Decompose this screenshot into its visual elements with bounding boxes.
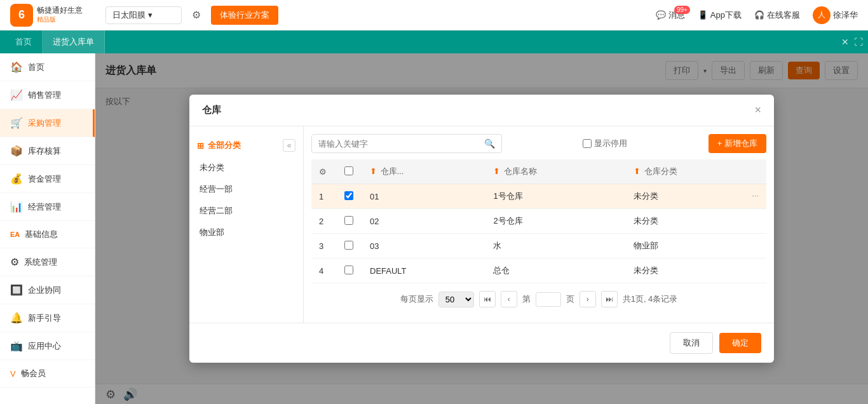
user-item[interactable]: 人 徐泽华 <box>813 6 858 24</box>
first-page-btn[interactable]: ⏮ <box>479 291 496 307</box>
row-checkbox[interactable] <box>344 216 353 225</box>
logo-sub: 精品版 <box>37 15 83 24</box>
sidebar: 🏠 首页 📈 销售管理 🛒 采购管理 📦 库存核算 💰 资金管理 📊 经营管理 … <box>0 53 95 404</box>
sidebar-item-home-label: 首页 <box>28 62 44 73</box>
content-area: 进货入库单 打印 ▾ 导出 刷新 查询 设置 按以下 仓库 × <box>95 53 868 404</box>
modal-close-btn[interactable]: × <box>754 104 761 117</box>
table-panel: 🔍 显示停用 + 新增仓库 <box>304 126 774 323</box>
table-row[interactable]: 2 02 2号仓库 未分类 <box>311 209 766 234</box>
row-checkbox-cell[interactable] <box>337 209 362 234</box>
next-page-btn[interactable]: › <box>580 291 596 307</box>
all-categories-label[interactable]: ⊞ 全部分类 <box>197 140 241 151</box>
logo-text-area: 畅捷通好生意 精品版 <box>37 6 83 25</box>
sidebar-item-basic-info-label: 基础信息 <box>25 229 58 240</box>
category-dept2-label: 经营二部 <box>200 206 233 215</box>
search-input[interactable] <box>312 135 478 152</box>
row-checkbox-cell[interactable] <box>337 234 362 259</box>
app-label: App下载 <box>710 10 742 21</box>
new-warehouse-btn[interactable]: + 新增仓库 <box>709 134 766 153</box>
col-check <box>337 159 362 184</box>
row-checkbox[interactable] <box>344 191 353 200</box>
modal-footer: 取消 确定 <box>189 323 774 363</box>
message-item[interactable]: 💬 消息 99+ <box>656 10 685 21</box>
show-disabled-label[interactable]: 显示停用 <box>583 138 627 149</box>
sidebar-item-operations[interactable]: 📊 经营管理 <box>0 193 95 221</box>
sidebar-item-finance[interactable]: 💰 资金管理 <box>0 165 95 193</box>
modal-body: ⊞ 全部分类 « 未分类 经营一部 经营二部 <box>189 126 774 323</box>
row-category: 物业部 <box>626 234 766 259</box>
sidebar-item-basic-info[interactable]: EA 基础信息 <box>0 221 95 248</box>
service-item[interactable]: 🎧 在线客服 <box>754 10 800 21</box>
basic-info-icon: EA <box>10 231 20 238</box>
row-checkbox-cell[interactable] <box>337 184 362 209</box>
row-actions[interactable]: ··· <box>752 191 759 200</box>
per-page-label: 每页显示 <box>400 293 433 305</box>
row-checkbox-cell[interactable] <box>337 259 362 283</box>
headset-icon: 🎧 <box>754 10 764 20</box>
row-code: 03 <box>362 234 485 259</box>
chevron-down-icon: ▾ <box>148 10 153 20</box>
last-page-btn[interactable]: ⏭ <box>601 291 618 307</box>
maximize-icon[interactable]: ⛶ <box>854 37 863 47</box>
sidebar-item-purchase[interactable]: 🛒 采购管理 <box>0 109 95 137</box>
sidebar-item-app-center[interactable]: 📺 应用中心 <box>0 332 95 360</box>
modal-title: 仓库 <box>202 104 221 116</box>
sidebar-item-sales[interactable]: 📈 销售管理 <box>0 81 95 109</box>
category-item-dept2[interactable]: 经营二部 <box>189 200 303 222</box>
sidebar-item-inventory[interactable]: 📦 库存核算 <box>0 137 95 165</box>
row-category: 未分类 <box>626 209 766 234</box>
sidebar-item-sales-label: 销售管理 <box>28 90 61 101</box>
header-right: 💬 消息 99+ 📱 App下载 🎧 在线客服 人 徐泽华 <box>656 6 858 24</box>
table-toolbar: 🔍 显示停用 + 新增仓库 <box>311 134 766 153</box>
tab-purchase[interactable]: 进货入库单 <box>43 30 105 53</box>
sidebar-item-enterprise[interactable]: 🔲 企业协同 <box>0 276 95 304</box>
row-no: 3 <box>311 234 337 259</box>
category-item-property[interactable]: 物业部 <box>189 222 303 243</box>
member-icon: V <box>10 369 16 379</box>
tab-home[interactable]: 首页 <box>5 30 43 53</box>
sidebar-item-home[interactable]: 🏠 首页 <box>0 53 95 81</box>
cancel-btn[interactable]: 取消 <box>670 332 713 354</box>
sort-icon-name: ⬆ <box>493 166 500 176</box>
category-unclassified-label: 未分类 <box>200 163 224 172</box>
store-selector[interactable]: 日太阳膜 ▾ <box>105 6 182 24</box>
table-row[interactable]: 4 DEFAULT 总仓 未分类 <box>311 259 766 283</box>
gear-col-icon: ⚙ <box>319 167 327 177</box>
row-name: 水 <box>485 234 626 259</box>
per-page-select[interactable]: 50 100 <box>438 292 474 307</box>
col-category[interactable]: ⬆ 仓库分类 <box>626 159 766 184</box>
category-item-unclassified[interactable]: 未分类 <box>189 157 303 178</box>
logo-area: 6 畅捷通好生意 精品版 <box>10 4 105 27</box>
row-code: DEFAULT <box>362 259 485 283</box>
close-tab-icon[interactable]: ✕ <box>841 37 849 47</box>
phone-icon: 📱 <box>698 10 708 20</box>
row-code: 01 <box>362 184 485 209</box>
search-btn[interactable]: 🔍 <box>478 135 501 152</box>
col-code[interactable]: ⬆ 仓库... <box>362 159 485 184</box>
sidebar-item-member[interactable]: V 畅会员 <box>0 360 95 387</box>
collapse-btn[interactable]: « <box>283 139 295 152</box>
main-layout: 🏠 首页 📈 销售管理 🛒 采购管理 📦 库存核算 💰 资金管理 📊 经营管理 … <box>0 53 868 404</box>
show-disabled-checkbox[interactable] <box>583 139 592 148</box>
sidebar-item-purchase-label: 采购管理 <box>28 118 61 129</box>
app-download-item[interactable]: 📱 App下载 <box>698 10 742 21</box>
sidebar-item-inventory-label: 库存核算 <box>28 145 61 157</box>
logo-icon: 6 <box>10 4 33 27</box>
select-all-checkbox[interactable] <box>344 166 353 175</box>
sidebar-item-guide[interactable]: 🔔 新手引导 <box>0 304 95 332</box>
category-item-dept1[interactable]: 经营一部 <box>189 178 303 200</box>
col-name[interactable]: ⬆ 仓库名称 <box>485 159 626 184</box>
row-category: 未分类 ··· <box>626 184 766 209</box>
confirm-btn[interactable]: 确定 <box>719 333 761 353</box>
gear-icon[interactable]: ⚙ <box>192 9 201 21</box>
prev-page-btn[interactable]: ‹ <box>501 291 517 307</box>
page-input[interactable]: 1 <box>536 292 561 307</box>
row-checkbox[interactable] <box>344 266 353 274</box>
sidebar-item-system[interactable]: ⚙ 系统管理 <box>0 248 95 276</box>
table-row[interactable]: 3 03 水 物业部 <box>311 234 766 259</box>
table-row[interactable]: 1 01 1号仓库 未分类 ··· <box>311 184 766 209</box>
search-box: 🔍 <box>311 134 502 153</box>
category-panel: ⊞ 全部分类 « 未分类 经营一部 经营二部 <box>189 126 304 323</box>
industry-btn[interactable]: 体验行业方案 <box>211 6 278 25</box>
row-checkbox[interactable] <box>344 241 353 250</box>
